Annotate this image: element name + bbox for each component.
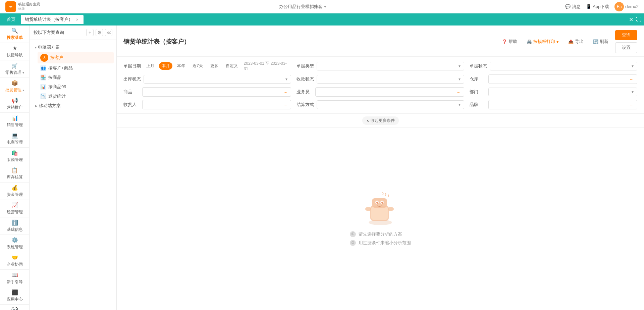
salesperson-control[interactable]: ··· <box>315 87 464 97</box>
department-control[interactable]: ▾ <box>488 88 637 96</box>
tree-item-customer-goods[interactable]: 👥 按客户+商品 <box>38 63 114 73</box>
scheme-header: 按以下方案查询 + ⚙ ≪ <box>30 25 116 40</box>
tab-close-all-icon[interactable]: ✕ <box>629 16 633 23</box>
out-status-control[interactable]: ▾ <box>144 75 291 84</box>
refresh-btn[interactable]: 🔄 刷新 <box>590 37 611 46</box>
order-type-control[interactable]: ▾ <box>317 62 464 70</box>
date-tab-custom[interactable]: 自定义 <box>223 62 240 70</box>
tree-item-by-goods[interactable]: 🏪 按商品 <box>38 73 114 82</box>
out-status-arrow-icon: ▾ <box>285 77 287 82</box>
info-icon: ℹ️ <box>11 219 18 226</box>
date-tab-last-month[interactable]: 上月 <box>144 62 157 70</box>
scheme-panel: 按以下方案查询 + ⚙ ≪ ▾ 电脑端方案 人 按客户 <box>30 25 117 310</box>
query-btn[interactable]: 查询 <box>615 30 637 40</box>
svg-point-8 <box>381 202 383 204</box>
sidebar-item-inventory[interactable]: 📋 库存核算 <box>0 165 29 183</box>
export-icon: 📤 <box>568 39 574 44</box>
salesperson-dots-icon: ··· <box>457 89 461 95</box>
sidebar: 🔍 搜索菜单 ★ 快捷导航 🛒 零售管理 ▾ 📦 批发管理 ▴ 📢 营销推广 <box>0 25 30 310</box>
scheme-add-btn[interactable]: + <box>86 29 94 36</box>
app-icon: ⬛ <box>11 289 18 296</box>
date-tab-7days[interactable]: 近7天 <box>190 62 206 70</box>
top-header: 畅捷通好生意 标版 办公用品行业模拟账套 ▾ 💬 消息 📱 App下载 Ea d… <box>0 0 644 13</box>
page-title: 销货单统计表（按客户） <box>123 38 190 46</box>
settlement-control[interactable]: ▾ <box>317 100 464 109</box>
svg-point-7 <box>376 202 378 204</box>
print-btn[interactable]: 🖨️ 按模板打印 ▾ <box>524 37 561 46</box>
scheme-collapse-btn[interactable]: ≪ <box>105 29 112 36</box>
logo-icon <box>5 1 16 12</box>
sidebar-item-marketing[interactable]: 📢 营销推广 <box>0 95 29 113</box>
app-download-btn[interactable]: 📱 App下载 <box>586 4 609 10</box>
date-tab-this-month[interactable]: 本月 <box>159 62 172 70</box>
user-area[interactable]: Ea demo2 <box>614 2 639 11</box>
sidebar-item-newbie[interactable]: 📖 新手引导 <box>0 270 29 287</box>
return-icon: 📉 <box>40 93 46 99</box>
tab-close-icon[interactable]: ✕ <box>75 17 79 22</box>
tab-sales-stats[interactable]: 销货单统计表（按客户） ✕ <box>21 15 84 24</box>
brand-control[interactable]: ··· <box>488 100 637 109</box>
sidebar-item-app-center[interactable]: ⬛ 应用中心 <box>0 287 29 305</box>
content-area: 按以下方案查询 + ⚙ ≪ ▾ 电脑端方案 人 按客户 <box>30 25 644 310</box>
collapse-row: ∧ 收起更多条件 <box>117 114 644 128</box>
sidebar-item-finance[interactable]: 💰 资金管理 <box>0 183 29 200</box>
scheme-tree: ▾ 电脑端方案 人 按客户 👥 按客户+商品 🏪 <box>30 40 116 310</box>
filter-order-status: 单据状态 ▾ <box>470 62 637 70</box>
operations-icon: 📈 <box>11 202 18 208</box>
tree-group-mobile: ▶ 移动端方案 <box>30 101 116 110</box>
message-btn[interactable]: 💬 消息 <box>565 4 581 10</box>
date-tab-this-year[interactable]: 本年 <box>174 62 188 70</box>
date-tab-more[interactable]: 更多 <box>208 62 221 70</box>
order-status-control[interactable]: ▾ <box>490 62 637 70</box>
help-icon: ❓ <box>502 39 507 44</box>
sidebar-item-purchase[interactable]: 🛍️ 采购管理 <box>0 148 29 165</box>
goods-icon: 🏪 <box>40 74 46 81</box>
scheme-settings-btn[interactable]: ⚙ <box>96 29 103 36</box>
filter-row-4: 收货人 ··· 结算方式 ▾ 品牌 <box>123 100 637 109</box>
avatar: Ea <box>614 2 624 11</box>
retail-icon: 🛒 <box>11 62 18 69</box>
goods-control[interactable]: ··· <box>142 87 291 97</box>
warehouse-control[interactable]: ··· <box>488 74 637 84</box>
dropdown-arrow-icon[interactable]: ▾ <box>324 4 326 9</box>
sales-icon: 📊 <box>11 115 18 121</box>
filter-department: 部门 ▾ <box>470 88 637 96</box>
sidebar-item-operations[interactable]: 📈 经营管理 <box>0 200 29 217</box>
sidebar-item-system[interactable]: ⚙️ 系统管理 <box>0 235 29 252</box>
tree-item-by-goods99[interactable]: 📊 按商品99 <box>38 82 114 92</box>
filter-out-status: 出库状态 ▾ <box>123 75 291 84</box>
collapse-btn[interactable]: ∧ 收起更多条件 <box>362 116 399 125</box>
tree-item-return-stats[interactable]: 📉 退货统计 <box>38 92 114 101</box>
sidebar-item-enterprise[interactable]: 🤝 企业协同 <box>0 252 29 270</box>
sidebar-item-retail[interactable]: 🛒 零售管理 ▾ <box>0 60 29 78</box>
marketing-icon: 📢 <box>11 97 18 104</box>
chevron-up-icon: ▴ <box>22 88 24 92</box>
sidebar-item-basic-info[interactable]: ℹ️ 基础信息 <box>0 217 29 235</box>
consignee-control[interactable]: ··· <box>142 100 291 109</box>
tab-expand-icon[interactable]: ⛶ <box>636 16 641 22</box>
export-btn[interactable]: 📤 导出 <box>566 37 586 46</box>
salesperson-label: 业务员 <box>297 89 313 95</box>
receipt-status-control[interactable]: ▾ <box>317 75 464 84</box>
empty-hint-2: ② 用过滤条件来缩小分析范围 <box>350 240 411 246</box>
sidebar-item-quick-nav[interactable]: ★ 快捷导航 <box>0 43 29 60</box>
order-status-label: 单据状态 <box>470 63 487 69</box>
tree-group-mobile-header[interactable]: ▶ 移动端方案 <box>32 101 114 110</box>
tab-home[interactable]: 首页 <box>3 15 19 24</box>
brand-label: 品牌 <box>470 102 486 108</box>
settings-btn[interactable]: 设置 <box>615 42 637 53</box>
help-btn[interactable]: ❓ 帮助 <box>499 37 520 46</box>
sidebar-item-wholesale[interactable]: 📦 批发管理 ▴ <box>0 78 29 95</box>
sidebar-item-ecommerce[interactable]: 💻 电商管理 <box>0 130 29 148</box>
svg-rect-10 <box>388 207 394 211</box>
tree-item-by-customer[interactable]: 人 按客户 <box>38 52 114 63</box>
sidebar-item-sales[interactable]: 📊 销售管理 <box>0 113 29 130</box>
filter-date: 单据日期 上月 本月 本年 近7天 更多 自定义 2023-03-01 至 20… <box>123 61 291 71</box>
filter-consignee: 收货人 ··· <box>123 100 291 109</box>
tree-group-desktop-header[interactable]: ▾ 电脑端方案 <box>32 43 114 52</box>
app-title-area: 办公用品行业模拟账套 ▾ <box>279 4 326 10</box>
scheme-title: 按以下方案查询 <box>34 30 64 36</box>
page-header: 销货单统计表（按客户） ❓ 帮助 🖨️ 按模板打印 ▾ 📤 导出 <box>117 25 644 57</box>
sidebar-item-wechat[interactable]: 💬 企业微信 <box>0 305 29 310</box>
sidebar-item-search[interactable]: 🔍 搜索菜单 <box>0 25 29 43</box>
